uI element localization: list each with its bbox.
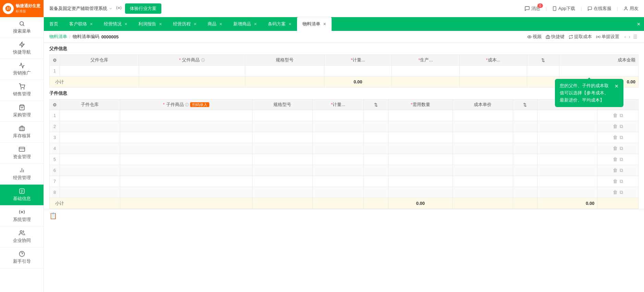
child-spec-cell[interactable] bbox=[252, 176, 313, 187]
sidebar-item-basic-info[interactable]: 基础信息 bbox=[0, 185, 44, 206]
close-icon[interactable]: ✕ bbox=[159, 22, 162, 26]
add-note-icon[interactable]: 📋 bbox=[49, 212, 57, 220]
child-product-cell[interactable] bbox=[120, 143, 252, 154]
single-settings-action[interactable]: 单据设置 bbox=[596, 34, 619, 40]
close-icon[interactable]: ✕ bbox=[219, 22, 222, 26]
close-icon[interactable]: ✕ bbox=[254, 22, 257, 26]
child-spec-cell[interactable] bbox=[252, 143, 313, 154]
sidebar-item-search[interactable]: 搜索菜单 bbox=[0, 17, 44, 38]
child-warehouse-cell[interactable] bbox=[60, 121, 120, 132]
child-qty-cell[interactable] bbox=[388, 143, 453, 154]
menu-icon[interactable]: ☰ bbox=[632, 34, 639, 39]
extract-cost-action[interactable]: 提取成本 bbox=[569, 34, 592, 40]
sidebar-item-enterprise[interactable]: 企业协同 bbox=[0, 226, 44, 247]
child-unit-cost-cell[interactable] bbox=[453, 154, 513, 165]
copy-icon[interactable]: ⧉ bbox=[620, 167, 623, 173]
copy-icon[interactable]: ⧉ bbox=[620, 113, 623, 118]
copy-icon[interactable]: ⧉ bbox=[620, 124, 623, 129]
tab-customer[interactable]: 客户联络 ✕ bbox=[64, 17, 98, 31]
delete-icon[interactable]: 🗑 bbox=[613, 178, 618, 184]
child-qty-cell[interactable] bbox=[388, 121, 453, 132]
child-product-cell[interactable] bbox=[120, 121, 252, 132]
child-qty-cell[interactable] bbox=[388, 154, 453, 165]
prev-arrow[interactable]: ‹ bbox=[623, 34, 627, 39]
sidebar-item-operations[interactable]: 经营管理 bbox=[0, 164, 44, 185]
scan-badge[interactable]: 扫码录入 bbox=[190, 102, 209, 107]
child-product-cell[interactable] bbox=[120, 187, 252, 198]
delete-icon[interactable]: 🗑 bbox=[613, 145, 618, 151]
child-warehouse-cell[interactable] bbox=[60, 132, 120, 143]
tooltip-close-button[interactable]: ✕ bbox=[615, 82, 619, 90]
child-warehouse-cell[interactable] bbox=[60, 154, 120, 165]
sidebar-item-inventory[interactable]: 库存核算 bbox=[0, 122, 44, 143]
parent-production-cell[interactable] bbox=[392, 66, 459, 77]
child-warehouse-cell[interactable] bbox=[60, 110, 120, 121]
child-spec-cell[interactable] bbox=[252, 154, 313, 165]
sidebar-item-guide[interactable]: 新手引导 bbox=[0, 247, 44, 268]
parent-spec-cell[interactable] bbox=[245, 66, 324, 77]
child-qty-cell[interactable] bbox=[388, 132, 453, 143]
child-unit-cell[interactable] bbox=[312, 110, 364, 121]
child-unit-cell[interactable] bbox=[312, 154, 364, 165]
child-product-cell[interactable] bbox=[120, 165, 252, 176]
view-action[interactable]: 视频 bbox=[527, 34, 542, 40]
close-all-tabs[interactable]: ✕ bbox=[633, 22, 644, 27]
system-title[interactable]: 装备及固定资产辅助管理系统 bbox=[49, 5, 113, 12]
online-service-item[interactable]: 在线客服 bbox=[587, 5, 611, 12]
close-icon[interactable]: ✕ bbox=[323, 22, 326, 26]
parent-th-settings[interactable]: ⚙ bbox=[50, 55, 60, 66]
child-unit-cost-cell[interactable] bbox=[453, 110, 513, 121]
parent-unit-cell[interactable] bbox=[324, 66, 392, 77]
trial-button[interactable]: 体验行业方案 bbox=[125, 3, 161, 14]
sidebar-item-purchase[interactable]: 采购管理 bbox=[0, 101, 44, 122]
child-unit-cell[interactable] bbox=[312, 132, 364, 143]
delete-icon[interactable]: 🗑 bbox=[613, 189, 618, 195]
parent-cost-cell[interactable] bbox=[459, 66, 527, 77]
next-arrow[interactable]: › bbox=[628, 34, 631, 39]
child-product-cell[interactable] bbox=[120, 176, 252, 187]
child-unit-cost-cell[interactable] bbox=[453, 132, 513, 143]
child-unit-cell[interactable] bbox=[312, 121, 364, 132]
tab-operation[interactable]: 经营情况 ✕ bbox=[98, 17, 133, 31]
child-unit-cell[interactable] bbox=[312, 176, 364, 187]
delete-icon[interactable]: 🗑 bbox=[613, 113, 618, 118]
child-spec-cell[interactable] bbox=[252, 121, 313, 132]
delete-icon[interactable]: 🗑 bbox=[613, 167, 618, 173]
delete-icon[interactable]: 🗑 bbox=[613, 124, 618, 129]
close-icon[interactable]: ✕ bbox=[288, 22, 292, 26]
child-qty-cell[interactable] bbox=[388, 165, 453, 176]
close-icon[interactable]: ✕ bbox=[124, 22, 127, 26]
tab-bom[interactable]: 物料清单 ✕ bbox=[297, 17, 332, 31]
delete-icon[interactable]: 🗑 bbox=[613, 135, 618, 140]
user-item[interactable]: 用友 bbox=[623, 5, 639, 12]
tab-goods[interactable]: 商品 ✕ bbox=[202, 17, 228, 31]
message-item[interactable]: 消息 6 bbox=[524, 5, 540, 12]
app-download-item[interactable]: App下载 bbox=[552, 5, 575, 12]
parent-warehouse-cell[interactable] bbox=[60, 66, 139, 77]
child-spec-cell[interactable] bbox=[252, 187, 313, 198]
child-qty-cell[interactable] bbox=[388, 110, 453, 121]
copy-icon[interactable]: ⧉ bbox=[620, 135, 623, 140]
child-th-settings[interactable]: ⚙ bbox=[50, 100, 60, 110]
parent-product-cell[interactable] bbox=[139, 66, 245, 77]
sidebar-item-quick-nav[interactable]: 快捷导航 bbox=[0, 38, 44, 59]
breadcrumb-parent[interactable]: 物料清单 bbox=[49, 34, 67, 40]
copy-icon[interactable]: ⧉ bbox=[620, 145, 623, 151]
child-unit-cost-cell[interactable] bbox=[453, 121, 513, 132]
child-unit-cost-cell[interactable] bbox=[453, 165, 513, 176]
copy-icon[interactable]: ⧉ bbox=[620, 178, 623, 184]
child-warehouse-cell[interactable] bbox=[60, 143, 120, 154]
close-icon[interactable]: ✕ bbox=[194, 22, 197, 26]
settings-icon[interactable] bbox=[116, 5, 122, 12]
tab-history[interactable]: 经营历程 ✕ bbox=[168, 17, 202, 31]
child-qty-cell[interactable] bbox=[388, 176, 453, 187]
tab-new-goods[interactable]: 新增商品 ✕ bbox=[228, 17, 262, 31]
child-qty-cell[interactable] bbox=[388, 187, 453, 198]
sidebar-item-finance[interactable]: 资金管理 bbox=[0, 143, 44, 164]
child-spec-cell[interactable] bbox=[252, 165, 313, 176]
child-warehouse-cell[interactable] bbox=[60, 176, 120, 187]
child-warehouse-cell[interactable] bbox=[60, 187, 120, 198]
copy-icon[interactable]: ⧉ bbox=[620, 189, 623, 195]
child-unit-cell[interactable] bbox=[312, 187, 364, 198]
sidebar-item-marketing[interactable]: 营销推广 bbox=[0, 59, 44, 80]
